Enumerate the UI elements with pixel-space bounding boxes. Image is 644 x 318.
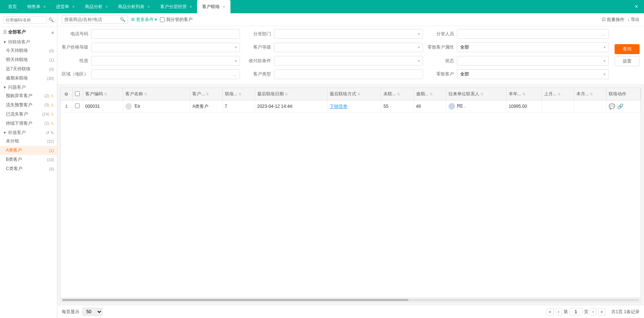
sidebar-item-a-class[interactable]: A类客户 (1) xyxy=(0,146,57,155)
refresh-icon[interactable]: ↺ xyxy=(46,130,49,135)
first-page-button[interactable]: « xyxy=(546,308,554,315)
filter-price-grade-select[interactable]: ▾ xyxy=(91,43,240,52)
sidebar-item-tomorrow-contact[interactable]: 明天待联络 (1) xyxy=(0,55,57,64)
settings-button[interactable]: 设置 xyxy=(615,56,640,66)
sort-overdue-icon[interactable]: ⇅ xyxy=(430,92,433,96)
select-all-checkbox[interactable] xyxy=(75,91,80,96)
batch-operation-button[interactable]: ☑ 批量操作 xyxy=(602,17,625,23)
filter-retail-attr: 零散客户属性 全部 ▾ xyxy=(427,42,610,52)
col-no-contact: 未联... ⇅ xyxy=(381,88,414,100)
nav-sales[interactable]: 销售单 × xyxy=(22,0,51,13)
per-page-select[interactable]: 50 100 200 xyxy=(82,308,103,316)
filter-search-input[interactable] xyxy=(64,17,120,22)
drag-handle-icon: ⠿ xyxy=(3,29,7,35)
sidebar-all-customers[interactable]: ⠿ 全部客户 « xyxy=(0,27,57,38)
prev-page-button[interactable]: ‹ xyxy=(555,308,562,315)
sidebar-group-value: ▼ 价值客户 ↺ ✎ xyxy=(0,128,57,137)
sort-type-icon[interactable]: ⇅ xyxy=(206,92,209,96)
group-actions: ↺ ✎ xyxy=(46,130,54,135)
table-settings-icon[interactable]: ⚙ xyxy=(64,92,68,97)
nav-close-purchase[interactable]: × xyxy=(72,4,74,9)
filter-row-2: 客户价格等级 ▾ 客户等级 ▾ xyxy=(62,42,610,52)
nav-close-sales[interactable]: × xyxy=(43,4,46,9)
last-page-button[interactable]: » xyxy=(598,308,606,315)
page-number-input[interactable] xyxy=(569,308,583,315)
filter-nature-select[interactable]: ▾ xyxy=(91,56,240,66)
sidebar-search-icon[interactable]: 🔍 xyxy=(49,17,54,22)
row-type: A类客户 xyxy=(190,100,222,113)
sidebar-item-churned[interactable]: 已流失客户 (24) ⚠ xyxy=(0,110,57,119)
sort-year-icon[interactable]: ⇅ xyxy=(522,92,525,96)
filter-payment-select[interactable]: ▾ xyxy=(274,56,423,66)
chevron-down-icon: ▾ xyxy=(155,17,157,22)
row-overdue: 48 xyxy=(414,100,446,113)
sidebar-item-b-class[interactable]: B类客户 (33) xyxy=(0,155,57,164)
filter-status-select[interactable]: ▾ xyxy=(457,56,609,66)
nav-customer-mgmt[interactable]: 客户分层经营 × xyxy=(155,0,197,13)
filter-retail-attr-select[interactable]: 全部 ▾ xyxy=(457,42,609,52)
sidebar-item-churn-warning[interactable]: 流失预警客户 (3) ⚠ xyxy=(0,100,57,110)
sort-code-icon[interactable]: ⇅ xyxy=(104,92,107,96)
export-button[interactable]: ↓ 导出 xyxy=(627,17,640,23)
filter-region-dots[interactable]: … xyxy=(91,70,240,79)
filter-manager-dots[interactable]: … xyxy=(457,29,609,39)
filter-icon: ⚙ xyxy=(131,17,135,22)
next-page-button[interactable]: › xyxy=(590,308,597,315)
col-name: 客户名称 ⇅ xyxy=(123,88,190,100)
filter-search-icon[interactable]: 🔍 xyxy=(120,17,125,22)
nav-home[interactable]: 首页 xyxy=(3,0,22,13)
last-method-link[interactable]: 下销货单 xyxy=(330,104,347,109)
sidebar-item-c-class[interactable]: C类客户 (6) xyxy=(0,164,57,173)
contact-avatar xyxy=(448,103,455,110)
sort-contacts-icon[interactable]: ⇅ xyxy=(239,92,242,96)
sidebar-collapse-icon[interactable]: « xyxy=(51,29,54,35)
ellipsis-icon-region: … xyxy=(232,72,237,77)
col-this-month: 本月... ⇅ xyxy=(574,88,606,100)
chevron-down-icon-grade: ▾ xyxy=(418,45,420,49)
filter-phone-input[interactable] xyxy=(91,29,240,39)
row-num: 1 xyxy=(61,100,72,113)
table-row: 1 000031 Ea A类客户 7 2023-04-12 14:44: xyxy=(61,100,641,113)
sidebar-item-today-contact[interactable]: 今天待联络 (0) xyxy=(0,46,57,55)
sort-last-month-icon[interactable]: ⇅ xyxy=(558,92,561,96)
sort-date-icon[interactable]: ⇅ xyxy=(285,92,288,96)
nav-analysis-list[interactable]: 商品分析列表 × xyxy=(113,0,155,13)
window-close-button[interactable]: × xyxy=(632,3,641,10)
sidebar-item-abnormal[interactable]: 囤购异常客户 (2) ⚠ xyxy=(0,91,57,100)
nav-close-analysis-list[interactable]: × xyxy=(147,4,150,9)
row-no-contact: 55 xyxy=(381,100,414,113)
nav-close-customer-mgmt[interactable]: × xyxy=(190,4,192,9)
sidebar-item-overdue-contact[interactable]: 逾期未联络 (30) xyxy=(0,74,57,83)
query-button[interactable]: 查询 xyxy=(615,44,640,54)
chat-icon[interactable]: 💬 xyxy=(609,103,615,109)
nav-purchase[interactable]: 进货单 × xyxy=(51,0,79,13)
sidebar-item-7day-contact[interactable]: 近7天待联络 (0) xyxy=(0,64,57,74)
my-customers-check[interactable] xyxy=(160,17,165,22)
filter-customer-type-input[interactable] xyxy=(274,70,423,79)
my-customers-checkbox[interactable]: 我分管的客户 xyxy=(160,17,193,23)
nav-customer-contact[interactable]: 客户联络 × xyxy=(197,0,230,13)
sidebar-item-declining[interactable]: 持续下滑客户 (2) ⚠ xyxy=(0,119,57,128)
row-last-month xyxy=(541,100,574,113)
filter-dept-select[interactable]: ▾ xyxy=(274,29,423,39)
filter-customer-grade-select[interactable]: ▾ xyxy=(274,43,423,52)
sidebar-search-input[interactable] xyxy=(3,16,47,24)
filter-retail-customer-select[interactable]: 全部 ▾ xyxy=(457,69,609,79)
filter-more-button[interactable]: ⚙ 更多条件 ▾ xyxy=(131,17,157,23)
customer-avatar xyxy=(125,103,132,110)
sidebar-group-problem: ▼ 问题客户 xyxy=(0,83,57,91)
nav-close-analysis[interactable]: × xyxy=(105,4,108,9)
sort-this-month-icon[interactable]: ⇅ xyxy=(590,92,593,96)
row-checkbox[interactable] xyxy=(75,103,80,108)
edit-icon[interactable]: ✎ xyxy=(50,130,54,135)
nav-close-customer-contact[interactable]: × xyxy=(223,4,225,9)
scrollbar-thumb[interactable] xyxy=(62,299,408,301)
sort-method-icon[interactable]: ⇅ xyxy=(357,92,360,96)
horizontal-scrollbar[interactable] xyxy=(61,297,641,302)
nav-analysis[interactable]: 商品分析 × xyxy=(80,0,113,13)
link-icon[interactable]: 🔗 xyxy=(617,103,623,109)
sidebar-item-unsorted[interactable]: 未分组 (32) xyxy=(0,137,57,146)
sort-no-contact-icon[interactable]: ⇅ xyxy=(397,92,400,96)
sort-contact-icon[interactable]: ⇅ xyxy=(480,92,483,96)
sort-name-icon[interactable]: ⇅ xyxy=(144,92,147,96)
